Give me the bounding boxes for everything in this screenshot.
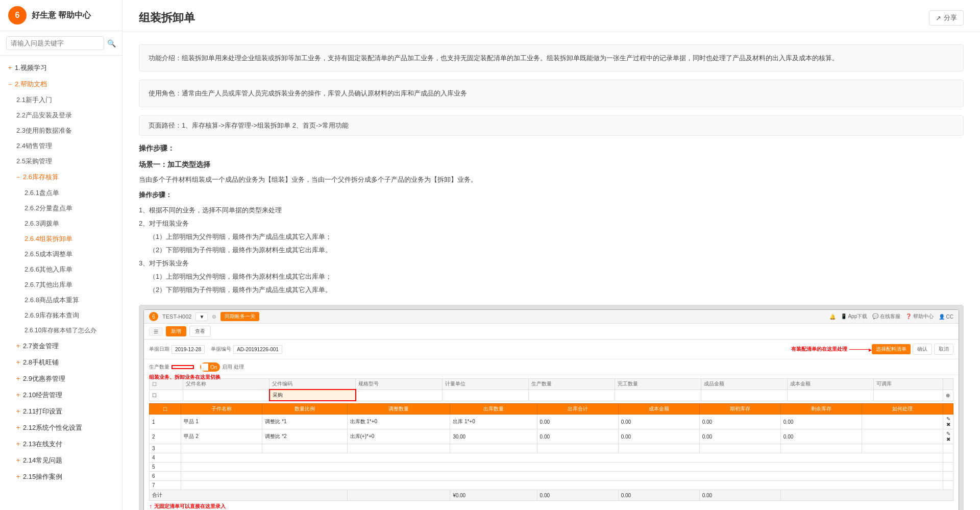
td-c2-init: 0.00 — [699, 429, 780, 444]
form-date-value[interactable]: 2019-12-28 — [172, 345, 205, 354]
td-c2-remain: 0.00 — [780, 429, 862, 444]
td-code-highlight[interactable]: 采购 — [270, 390, 356, 401]
nav-item-215-header[interactable]: + 2.15操作案例 — [0, 469, 122, 485]
td-c2-handle — [862, 429, 943, 444]
minus-icon: − — [8, 81, 12, 88]
nav-item-212-header[interactable]: + 2.12系统个性化设置 — [0, 420, 122, 436]
th-how-handle: 如何处理 — [862, 404, 943, 415]
td-c4-act[interactable] — [943, 453, 953, 463]
nav-sub-item-265[interactable]: 2.6.5成本调整单 — [0, 247, 122, 262]
th-done-qty: 完工数量 — [615, 379, 701, 390]
toggle-switch[interactable]: On — [200, 362, 220, 372]
child-row-5: 5 — [150, 463, 953, 472]
td-c1-adj: 出库数 1*+0 — [347, 415, 450, 429]
nav-sub-item-23[interactable]: 2.3使用前数据准备 — [0, 123, 122, 138]
annotation4-text: 无固定清单可以直接在这里录入 — [154, 503, 226, 510]
nav-sub-item-267[interactable]: 2.6.7其他出库单 — [0, 277, 122, 293]
td-c1-act[interactable]: ✎ ✖ — [943, 415, 953, 429]
app-period-btn[interactable]: 同期账务一关 — [220, 312, 259, 321]
td-c5-check[interactable]: 5 — [150, 463, 181, 472]
nav-item-helpdoc-header[interactable]: − 2.帮助文档 — [0, 76, 122, 92]
td-c1-cost: 0.00 — [618, 415, 699, 429]
search-input[interactable] — [6, 36, 104, 50]
td-action[interactable]: ⊕ — [943, 390, 953, 401]
nav-sub-item-22[interactable]: 2.2产品安装及登录 — [0, 108, 122, 123]
confirm-btn[interactable]: 确认 — [913, 344, 932, 355]
app-dropdown[interactable]: ▼ — [195, 312, 208, 321]
role-box: 使用角色：通常由生产人员或库管人员完成拆装业务的操作，库管人员确认原材料的出库和… — [139, 80, 964, 107]
minus-icon-26: − — [16, 174, 20, 181]
td-c3-init — [699, 444, 780, 453]
share-button[interactable]: ↗ 分享 — [929, 10, 964, 26]
cancel-form-btn[interactable]: 取消 — [934, 344, 953, 355]
nav-item-210-header[interactable]: + 2.10经营管理 — [0, 387, 122, 403]
nav-item-213-header[interactable]: + 2.13在线支付 — [0, 436, 122, 452]
td-c2-act[interactable]: ✎ ✖ — [943, 429, 953, 444]
td-c3-adj — [347, 444, 450, 453]
th-ratio: 数量比例 — [262, 404, 347, 415]
td-c1-remain: 0.00 — [780, 415, 862, 429]
form-num-value[interactable]: AD-20191226-001 — [233, 345, 282, 354]
th-remain-stock: 剩余库存 — [780, 404, 862, 415]
sidebar: 6 好生意 帮助中心 🔍 + 1.视频学习 − 2.帮助文档 2.1新手入门 2… — [0, 0, 122, 510]
toggle-area: On 启用 处理 — [200, 362, 244, 372]
app-icon: 📱 App下载 — [841, 313, 867, 320]
td-c7-act[interactable] — [943, 481, 953, 490]
td-c2-check[interactable]: 2 — [150, 429, 181, 444]
toggle-on-label: On — [210, 365, 217, 370]
td-c3-act[interactable] — [943, 444, 953, 453]
th-sub-cost: 成本金额 — [618, 404, 699, 415]
td-spec — [356, 390, 442, 401]
td-c5-act[interactable] — [943, 463, 953, 472]
nav-sub-item-266[interactable]: 2.6.6其他入库单 — [0, 262, 122, 277]
page-title: 组装拆卸单 — [139, 10, 195, 26]
toggle-circle — [201, 363, 208, 371]
nav-item-video-header[interactable]: + 1.视频学习 — [0, 60, 122, 76]
td-name — [183, 390, 270, 401]
td-c6-check[interactable]: 6 — [150, 472, 181, 481]
td-c1-check[interactable]: 1 — [150, 415, 181, 429]
nav-sub-item-269[interactable]: 2.6.9库存账本查询 — [0, 308, 122, 323]
nav-sub-item-264[interactable]: 2.6.4组装拆卸单 — [0, 231, 122, 247]
toggle-desc: 启用 处理 — [222, 363, 244, 371]
app-tab-view[interactable]: 查看 — [189, 326, 211, 337]
nav-item-28-header[interactable]: + 2.8手机旺铺 — [0, 354, 122, 371]
nav-sub-item-2610[interactable]: 2.6.10库存账本错了怎么办 — [0, 323, 122, 338]
app-nav-icon[interactable]: ☰ — [149, 327, 163, 336]
plus-icon-211: + — [16, 408, 20, 415]
td-check[interactable]: ☐ — [150, 390, 183, 401]
child-row-1: 1 甲品 1 调整比 *1 出库数 1*+0 出库 1*+0 0.00 0.00… — [150, 415, 953, 429]
nav-sub-item-25[interactable]: 2.5采购管理 — [0, 154, 122, 169]
select-bom-btn[interactable]: 选择配料清单 — [872, 344, 911, 354]
app-tab-new[interactable]: 新增 — [166, 326, 186, 336]
td-pqty — [528, 390, 615, 401]
nav-item-26-header[interactable]: − 2.6库存核算 — [0, 169, 122, 185]
th-out-total: 出库合计 — [537, 404, 618, 415]
td-c1-name: 甲品 1 — [181, 415, 262, 429]
nav-sub-item-263[interactable]: 2.6.3调拨单 — [0, 216, 122, 231]
td-c3-remain — [780, 444, 862, 453]
td-c7-check[interactable]: 7 — [150, 481, 181, 490]
nav-item-27-header[interactable]: + 2.7资金管理 — [0, 338, 122, 354]
user-icon: 👤 CC — [939, 314, 953, 320]
plus-icon-210: + — [16, 392, 20, 399]
child-table: ☐ 子件名称 数量比例 调整数量 出库数量 出库合计 成本金额 期初库存 剩余库… — [149, 403, 953, 501]
nav-sub-item-21[interactable]: 2.1新手入门 — [0, 92, 122, 108]
td-c3-check[interactable]: 3 — [150, 444, 181, 453]
nav-sub-item-261[interactable]: 2.6.1盘点单 — [0, 185, 122, 201]
nav-sub-item-268[interactable]: 2.6.8商品成本重算 — [0, 293, 122, 308]
qty-input-highlight[interactable] — [172, 365, 194, 369]
annotation2-text: 组装业务、拆卸业务在这里切换 — [149, 374, 220, 381]
nav-item-214-header[interactable]: + 2.14常见问题 — [0, 452, 122, 469]
nav-label-215: 2.15操作案例 — [23, 472, 62, 481]
search-button[interactable]: 🔍 — [107, 39, 116, 47]
nav-sub-item-24[interactable]: 2.4销售管理 — [0, 138, 122, 154]
nav-sub-item-262[interactable]: 2.6.2分量盘点单 — [0, 201, 122, 216]
breadcrumb-box: 页面路径：1、库存核算->库存管理->组装拆卸单 2、首页->常用功能 — [139, 115, 964, 136]
td-c4-check[interactable]: 4 — [150, 453, 181, 463]
nav-item-211-header[interactable]: + 2.11打印设置 — [0, 403, 122, 420]
nav-item-29-header[interactable]: + 2.9优惠券管理 — [0, 371, 122, 387]
td-c3-out — [450, 444, 537, 453]
annotation2-area: 组装业务、拆卸业务在这里切换 — [149, 374, 220, 381]
td-c6-act[interactable] — [943, 472, 953, 481]
